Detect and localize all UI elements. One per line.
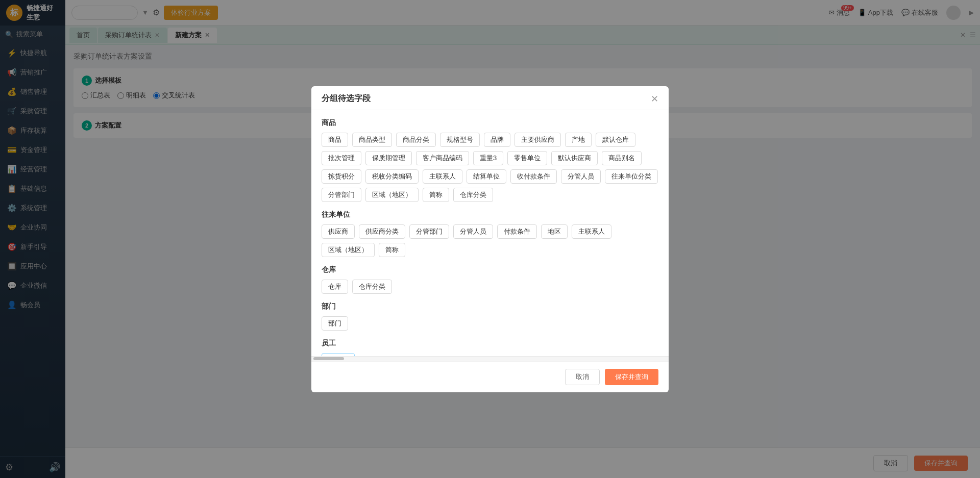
dialog-overlay: 分组待选字段 ✕ 商品商品商品类型商品分类规格型号品牌主要供应商产地默认仓库批次… [0, 0, 980, 478]
dialog-body: 商品商品商品类型商品分类规格型号品牌主要供应商产地默认仓库批次管理保质期管理客户… [311, 110, 669, 356]
section-title-partner: 往来单位 [322, 210, 658, 219]
field-tag-商品类型[interactable]: 商品类型 [352, 133, 392, 147]
field-tag-批次管理[interactable]: 批次管理 [322, 151, 361, 165]
section-title-warehouse: 仓库 [322, 265, 658, 274]
dialog-save-btn[interactable]: 保存并查询 [605, 369, 658, 385]
field-tag-简称[interactable]: 简称 [423, 188, 449, 202]
dialog-cancel-btn[interactable]: 取消 [565, 369, 600, 385]
field-tag-分管人员[interactable]: 分管人员 [561, 169, 601, 184]
field-tag-产地[interactable]: 产地 [565, 133, 592, 147]
section-title-goods: 商品 [322, 118, 658, 128]
field-tag-零售单位[interactable]: 零售单位 [507, 151, 547, 165]
field-tag-简称[interactable]: 简称 [379, 243, 405, 257]
field-tag-拣货积分[interactable]: 拣货积分 [322, 169, 361, 184]
field-tag-付款条件[interactable]: 付款条件 [497, 224, 537, 239]
field-tag-主联系人[interactable]: 主联系人 [572, 224, 611, 239]
field-tag-结算单位[interactable]: 结算单位 [467, 169, 506, 184]
dialog-header: 分组待选字段 ✕ [311, 86, 669, 110]
field-tag-客户商品编码[interactable]: 客户商品编码 [416, 151, 469, 165]
section-title-employee: 员工 [322, 339, 658, 348]
field-tag-仓库分类[interactable]: 仓库分类 [453, 188, 493, 202]
field-tag-仓库[interactable]: 仓库 [322, 280, 348, 294]
dialog-section-warehouse: 仓库仓库仓库分类 [322, 265, 658, 294]
dialog-close-icon[interactable]: ✕ [651, 93, 658, 105]
field-tag-主要供应商[interactable]: 主要供应商 [514, 133, 561, 147]
field-tag-供应商分类[interactable]: 供应商分类 [359, 224, 405, 239]
field-tag-规格型号[interactable]: 规格型号 [440, 133, 480, 147]
dialog-section-partner: 往来单位供应商供应商分类分管部门分管人员付款条件地区主联系人区域（地区）简称 [322, 210, 658, 257]
dialog-section-employee: 员工业务员 [322, 339, 658, 356]
dialog-hscrollbar[interactable] [311, 356, 669, 361]
field-tag-保质期管理[interactable]: 保质期管理 [365, 151, 412, 165]
field-group-partner: 供应商供应商分类分管部门分管人员付款条件地区主联系人区域（地区）简称 [322, 224, 658, 257]
field-tag-重量3[interactable]: 重量3 [473, 151, 503, 165]
section-title-department: 部门 [322, 302, 658, 311]
dialog-title: 分组待选字段 [322, 93, 371, 104]
field-tag-税收分类编码[interactable]: 税收分类编码 [365, 169, 419, 184]
field-tag-主联系人[interactable]: 主联系人 [423, 169, 462, 184]
field-tag-收付款条件[interactable]: 收付款条件 [510, 169, 557, 184]
field-tag-商品分类[interactable]: 商品分类 [396, 133, 436, 147]
dialog-section-department: 部门部门 [322, 302, 658, 331]
field-tag-分管部门[interactable]: 分管部门 [322, 188, 361, 202]
field-tag-供应商[interactable]: 供应商 [322, 224, 355, 239]
field-group-warehouse: 仓库仓库分类 [322, 280, 658, 294]
hscroll-thumb [313, 357, 344, 360]
dialog-section-goods: 商品商品商品类型商品分类规格型号品牌主要供应商产地默认仓库批次管理保质期管理客户… [322, 118, 658, 202]
field-tag-分管部门[interactable]: 分管部门 [409, 224, 449, 239]
field-tag-区域-地区-[interactable]: 区域（地区） [365, 188, 419, 202]
field-tag-默认仓库[interactable]: 默认仓库 [596, 133, 635, 147]
field-tag-品牌[interactable]: 品牌 [484, 133, 510, 147]
field-tag-地区[interactable]: 地区 [541, 224, 568, 239]
field-tag-分管人员[interactable]: 分管人员 [453, 224, 493, 239]
field-tag-部门[interactable]: 部门 [322, 316, 348, 331]
field-tag-商品别名[interactable]: 商品别名 [602, 151, 642, 165]
field-tag-往来单位分类[interactable]: 往来单位分类 [605, 169, 658, 184]
field-tag-默认供应商[interactable]: 默认供应商 [551, 151, 598, 165]
field-tag-商品[interactable]: 商品 [322, 133, 348, 147]
field-group-department: 部门 [322, 316, 658, 331]
dialog-footer: 取消 保存并查询 [311, 361, 669, 392]
field-tag-区域-地区-[interactable]: 区域（地区） [322, 243, 375, 257]
field-tag-仓库分类[interactable]: 仓库分类 [352, 280, 392, 294]
dialog: 分组待选字段 ✕ 商品商品商品类型商品分类规格型号品牌主要供应商产地默认仓库批次… [311, 86, 669, 392]
field-group-goods: 商品商品类型商品分类规格型号品牌主要供应商产地默认仓库批次管理保质期管理客户商品… [322, 133, 658, 202]
